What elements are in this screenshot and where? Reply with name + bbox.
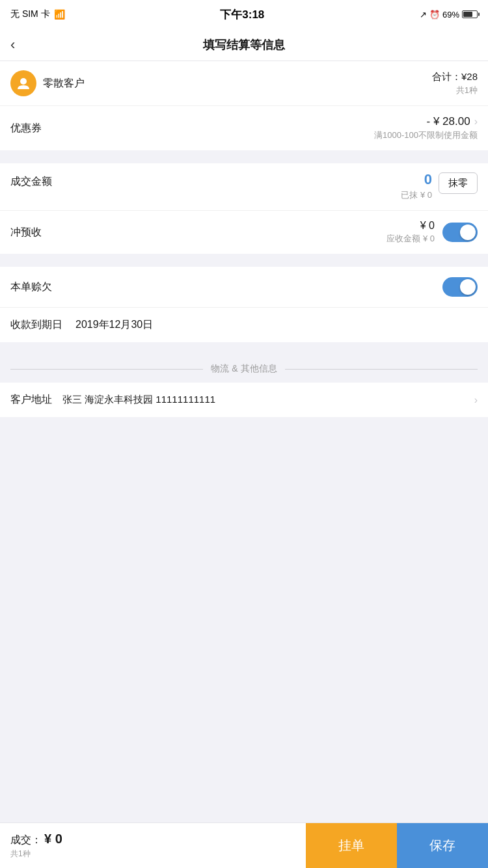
precollect-row: 冲预收 ¥ 0 应收金额 ¥ 0 <box>0 211 488 254</box>
address-label: 客户地址 <box>10 393 56 407</box>
duedate-row: 收款到期日 2019年12月30日 <box>0 307 488 342</box>
coupon-chevron-icon: › <box>474 116 478 128</box>
logistics-header: 物流 & 其他信息 <box>0 355 488 383</box>
section-divider-1 <box>0 157 488 163</box>
bottom-transaction-label: 成交： <box>10 834 42 847</box>
customer-right: 合计：¥28 共1种 <box>432 71 478 96</box>
amount-right-wrap: 0 已抹 ¥ 0 <box>401 172 432 201</box>
status-time: 下午3:18 <box>220 7 264 22</box>
bottom-info: 成交： ¥ 0 共1种 <box>0 832 306 860</box>
address-section: 客户地址 张三 海淀永丰科技园 11111111111 › <box>0 383 488 417</box>
amount-value: 0 <box>401 172 432 187</box>
pending-button[interactable]: 挂单 <box>306 823 397 868</box>
precollect-sub: 应收金额 ¥ 0 <box>386 233 435 245</box>
toggle-knob <box>460 224 476 240</box>
status-left: 无 SIM 卡 📶 <box>10 8 65 20</box>
location-icon: ↗ <box>420 10 427 20</box>
debt-toggle[interactable] <box>442 277 478 297</box>
debt-label: 本单赊欠 <box>10 280 52 294</box>
logistics-divider-right <box>285 369 478 370</box>
customer-name: 零散客户 <box>43 77 85 90</box>
amount-sub: 已抹 ¥ 0 <box>401 189 432 201</box>
round-button[interactable]: 抹零 <box>439 172 478 194</box>
wifi-icon: 📶 <box>54 9 65 20</box>
precollect-right: ¥ 0 应收金额 ¥ 0 <box>386 220 478 245</box>
customer-avatar <box>10 70 36 96</box>
precollect-value: ¥ 0 <box>386 220 435 232</box>
status-bar: 无 SIM 卡 📶 下午3:18 ↗ ⏰ 69% <box>0 0 488 29</box>
empty-space <box>0 424 488 528</box>
amount-label: 成交金额 <box>10 172 52 189</box>
coupon-row[interactable]: 优惠券 - ¥ 28.00 › 满1000-100不限制使用金额 <box>0 105 488 150</box>
customer-total: 合计：¥28 <box>432 71 478 83</box>
section-divider-2 <box>0 260 488 267</box>
svg-point-0 <box>20 78 27 85</box>
bottom-count: 共1种 <box>10 848 295 860</box>
coupon-description: 满1000-100不限制使用金额 <box>374 129 478 141</box>
debt-row: 本单赊欠 <box>0 267 488 307</box>
amount-right: 0 已抹 ¥ 0 抹零 <box>401 172 478 201</box>
bottom-bar: 成交： ¥ 0 共1种 挂单 保存 <box>0 822 488 868</box>
logistics-title: 物流 & 其他信息 <box>211 363 277 375</box>
nav-bar: ‹ 填写结算等信息 <box>0 29 488 61</box>
coupon-amount: - ¥ 28.00 <box>427 115 470 128</box>
precollect-label: 冲预收 <box>10 226 42 239</box>
section-divider-3 <box>0 349 488 355</box>
coupon-right-wrap: - ¥ 28.00 › 满1000-100不限制使用金额 <box>374 115 478 141</box>
battery-percent: 69% <box>442 10 459 20</box>
transaction-section: 成交金额 0 已抹 ¥ 0 抹零 冲预收 ¥ 0 应收金额 ¥ 0 <box>0 163 488 254</box>
save-button[interactable]: 保存 <box>397 823 488 868</box>
alarm-icon: ⏰ <box>429 10 440 20</box>
customer-section: 零散客户 合计：¥28 共1种 优惠券 - ¥ 28.00 › 满1000-10… <box>0 61 488 150</box>
duedate-label: 收款到期日 <box>10 318 62 332</box>
customer-count: 共1种 <box>432 85 478 96</box>
battery-icon <box>462 10 478 18</box>
precollect-toggle[interactable] <box>442 223 478 242</box>
carrier-text: 无 SIM 卡 <box>10 8 50 20</box>
bottom-transaction-value: ¥ 0 <box>44 832 62 847</box>
address-chevron-icon: › <box>474 394 478 406</box>
duedate-value: 2019年12月30日 <box>75 318 153 332</box>
coupon-label: 优惠券 <box>10 122 42 135</box>
page-title: 填写结算等信息 <box>203 37 285 53</box>
debt-toggle-knob <box>460 279 476 295</box>
customer-row: 零散客户 合计：¥28 共1种 <box>0 61 488 105</box>
address-row[interactable]: 客户地址 张三 海淀永丰科技园 11111111111 › <box>0 383 488 417</box>
precollect-amounts: ¥ 0 应收金额 ¥ 0 <box>386 220 435 245</box>
amount-row: 成交金额 0 已抹 ¥ 0 抹零 <box>0 163 488 211</box>
back-button[interactable]: ‹ <box>10 36 15 53</box>
bottom-actions: 挂单 保存 <box>306 823 488 868</box>
status-right: ↗ ⏰ 69% <box>420 10 478 20</box>
logistics-divider-left <box>10 369 203 370</box>
debt-section: 本单赊欠 收款到期日 2019年12月30日 <box>0 267 488 342</box>
customer-left: 零散客户 <box>10 70 85 96</box>
address-value: 张三 海淀永丰科技园 11111111111 <box>62 394 474 406</box>
